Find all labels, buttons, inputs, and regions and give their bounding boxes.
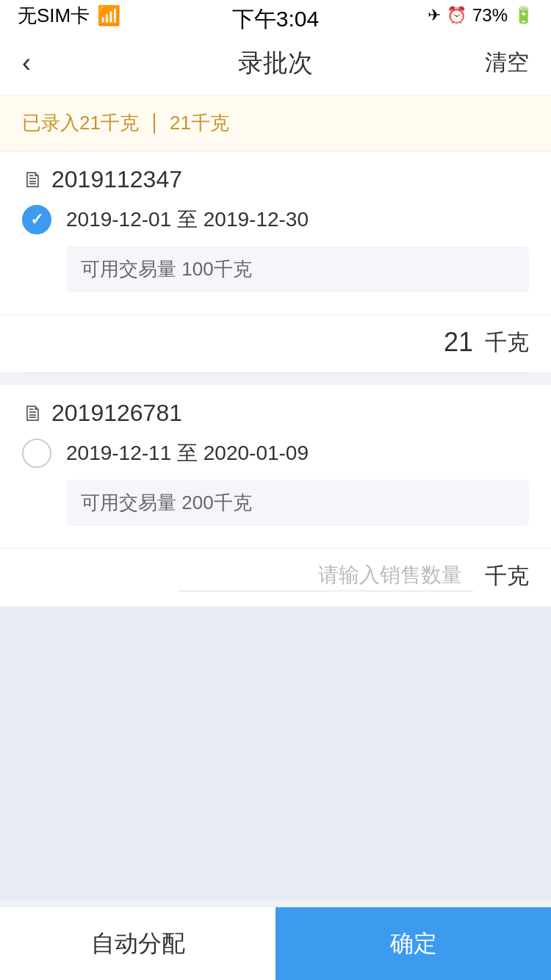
auto-distribute-button[interactable]: 自动分配 xyxy=(0,907,276,980)
battery-text: 73% xyxy=(472,5,508,26)
status-carrier: 无SIM卡 📶 xyxy=(18,3,120,29)
carrier-text: 无SIM卡 xyxy=(18,3,90,29)
wifi-icon: 📶 xyxy=(97,4,120,27)
recorded-label: 已录入21千克 xyxy=(22,110,139,136)
batch-date-1: 2019-12-01 至 2019-12-30 xyxy=(66,206,309,234)
batch-radio-2[interactable] xyxy=(22,439,51,468)
info-banner: 已录入21千克 21千克 xyxy=(0,96,551,151)
batch-avail-text-1: 可用交易量 100千克 xyxy=(81,258,252,280)
nav-bar: ‹ 录批次 清空 xyxy=(0,31,551,96)
batch-avail-1: 可用交易量 100千克 xyxy=(66,246,529,292)
page-title: 录批次 xyxy=(238,46,313,80)
input-unit-2: 千克 xyxy=(485,561,529,591)
status-indicators: ✈ ⏰ 73% 🔋 xyxy=(428,5,533,26)
batch-id-1: 2019112347 xyxy=(51,166,182,193)
location-icon: ✈ xyxy=(428,6,441,25)
batch-item-2: 🗎 2019126781 2019-12-11 至 2020-01-09 可用交… xyxy=(0,385,551,548)
batch-radio-1[interactable] xyxy=(22,205,51,234)
clear-button[interactable]: 清空 xyxy=(485,48,529,78)
batch-select-row-1[interactable]: 2019-12-01 至 2019-12-30 xyxy=(22,205,529,234)
back-button[interactable]: ‹ xyxy=(22,48,31,79)
batch-avail-text-2: 可用交易量 200千克 xyxy=(81,491,252,514)
alarm-icon: ⏰ xyxy=(447,6,467,25)
batch-select-row-2[interactable]: 2019-12-11 至 2020-01-09 xyxy=(22,439,529,468)
batch-doc-icon-2: 🗎 xyxy=(22,401,44,426)
battery-icon: 🔋 xyxy=(514,6,533,25)
empty-area xyxy=(0,606,551,900)
batch-id-2: 2019126781 xyxy=(51,400,182,427)
confirm-button[interactable]: 确定 xyxy=(276,907,551,980)
status-time: 下午3:04 xyxy=(232,4,319,35)
batch-item-1: 🗎 2019112347 2019-12-01 至 2019-12-30 可用交… xyxy=(0,151,551,314)
input-row-1: 21 千克 xyxy=(0,314,551,372)
status-bar: 无SIM卡 📶 下午3:04 ✈ ⏰ 73% 🔋 xyxy=(0,0,551,31)
recorded-value: 21千克 xyxy=(170,110,229,136)
batch-header-1: 🗎 2019112347 xyxy=(22,166,529,193)
batch-doc-icon-1: 🗎 xyxy=(22,167,44,192)
input-row-2[interactable]: 千克 xyxy=(0,548,551,606)
input-unit-1: 千克 xyxy=(485,328,529,358)
batch-header-2: 🗎 2019126781 xyxy=(22,400,529,427)
bottom-bar: 自动分配 确定 xyxy=(0,907,551,980)
banner-divider xyxy=(154,113,155,134)
batch-avail-2: 可用交易量 200千克 xyxy=(66,480,529,526)
section-divider xyxy=(0,373,551,385)
batch-date-2: 2019-12-11 至 2020-01-09 xyxy=(66,439,309,467)
quantity-input-2[interactable] xyxy=(179,561,473,591)
input-value-1: 21 xyxy=(444,327,473,358)
main-content: 🗎 2019112347 2019-12-01 至 2019-12-30 可用交… xyxy=(0,151,551,973)
